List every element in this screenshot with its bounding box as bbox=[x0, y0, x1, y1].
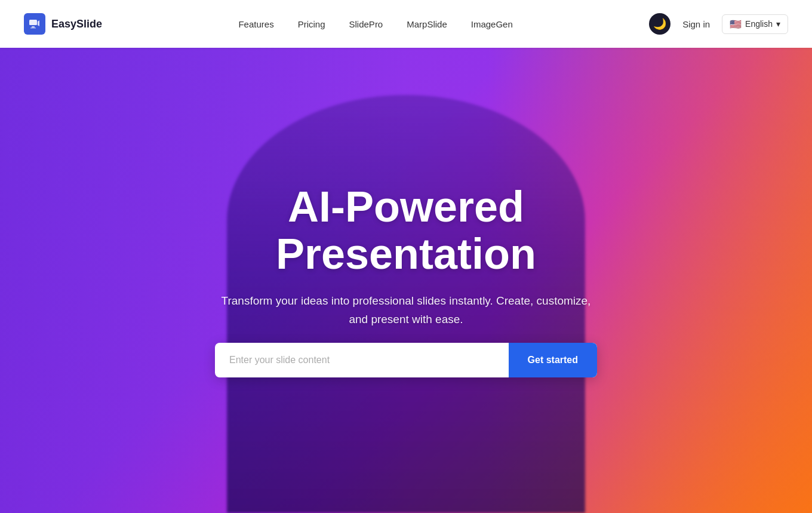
sign-in-link[interactable]: Sign in bbox=[682, 19, 710, 29]
navbar-right: 🌙 Sign in 🇺🇸 English ▾ bbox=[649, 13, 788, 35]
slide-content-input[interactable] bbox=[215, 343, 509, 377]
moon-icon: 🌙 bbox=[653, 17, 666, 30]
language-selector[interactable]: 🇺🇸 English ▾ bbox=[722, 14, 788, 34]
nav-link-slidepro[interactable]: SlidePro bbox=[349, 19, 383, 29]
hero-section: AI-Powered Presentation Transform your i… bbox=[0, 48, 812, 513]
chevron-down-icon: ▾ bbox=[776, 19, 780, 29]
nav-links: Features Pricing SlidePro MarpSlide Imag… bbox=[238, 19, 512, 29]
nav-link-imagegen[interactable]: ImageGen bbox=[471, 19, 513, 29]
hero-title: AI-Powered Presentation bbox=[276, 183, 536, 278]
hero-title-line2: Presentation bbox=[276, 230, 536, 278]
language-label: English bbox=[745, 19, 773, 29]
flag-icon: 🇺🇸 bbox=[730, 19, 742, 30]
hero-content: AI-Powered Presentation Transform your i… bbox=[0, 48, 812, 513]
brand-name: EasySlide bbox=[51, 18, 102, 30]
svg-rect-2 bbox=[30, 27, 36, 29]
svg-rect-0 bbox=[29, 20, 37, 25]
navbar: EasySlide Features Pricing SlidePro Marp… bbox=[0, 0, 812, 48]
svg-rect-1 bbox=[32, 26, 35, 27]
hero-title-line1: AI-Powered bbox=[288, 183, 524, 231]
hero-subtitle: Transform your ideas into professional s… bbox=[215, 292, 597, 328]
nav-link-marpslide[interactable]: MarpSlide bbox=[407, 19, 447, 29]
navbar-brand: EasySlide bbox=[24, 13, 102, 35]
hero-input-row: Get started bbox=[215, 343, 597, 377]
get-started-button[interactable]: Get started bbox=[509, 343, 597, 377]
nav-link-features[interactable]: Features bbox=[238, 19, 273, 29]
logo-icon bbox=[24, 13, 45, 35]
theme-toggle-button[interactable]: 🌙 bbox=[649, 13, 670, 35]
nav-link-pricing[interactable]: Pricing bbox=[298, 19, 325, 29]
